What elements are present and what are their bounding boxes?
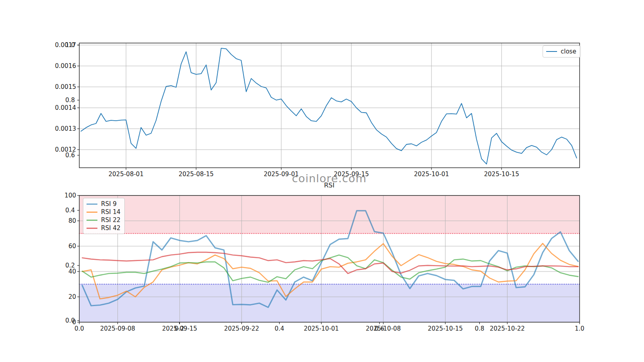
- y-tick-label: 20: [68, 293, 76, 300]
- hidden-axis-y-label: 1.0: [65, 41, 75, 49]
- hidden-axis-x-label: 0.0: [74, 325, 84, 332]
- legend-item-rsi-9: RSI 9: [87, 200, 120, 208]
- legend-line-swatch: [87, 228, 97, 229]
- legend-line-swatch: [87, 220, 97, 221]
- legend-item-rsi-14: RSI 14: [87, 208, 120, 216]
- hidden-axis-y-label: 0.4: [65, 207, 75, 214]
- legend-item-rsi-42: RSI 42: [87, 224, 120, 232]
- axes-border: [79, 43, 580, 168]
- price-legend: close: [543, 45, 581, 58]
- y-tick-label: 0.0015: [55, 83, 76, 90]
- x-tick-label: 2025-10-15: [428, 325, 463, 332]
- x-tick-label: 2025-10-15: [484, 171, 519, 178]
- x-tick-label: 2025-10-22: [490, 325, 525, 332]
- hidden-axis-y-label: 0.0: [65, 317, 75, 324]
- x-tick-label: 2025-09-08: [100, 325, 135, 332]
- hidden-axis-y-label: 0.6: [65, 152, 75, 159]
- legend-line-swatch: [87, 204, 97, 205]
- hidden-axis-x-label: 1.0: [575, 325, 584, 332]
- hidden-axis-x-label: 0.2: [175, 325, 184, 332]
- legend-label: RSI 22: [101, 216, 120, 224]
- hidden-axis-x-label: 0.4: [275, 325, 284, 332]
- legend-item-rsi-22: RSI 22: [87, 216, 120, 224]
- y-tick-label: 100: [64, 192, 76, 199]
- hidden-axis-y-label: 0.8: [65, 97, 75, 104]
- hidden-axis-x-label: 0.6: [375, 325, 384, 332]
- x-tick-label: 2025-09-22: [224, 325, 259, 332]
- hidden-axis-x-label: 0.8: [475, 325, 484, 332]
- overbought-zone: [79, 195, 580, 234]
- y-tick-label: 0.0014: [55, 104, 76, 111]
- x-tick-label: 2025-10-01: [414, 171, 449, 178]
- rsi-legend: RSI 9RSI 14RSI 22RSI 42: [83, 198, 125, 234]
- legend-label: RSI 14: [101, 208, 120, 216]
- legend-label: close: [561, 47, 576, 56]
- hidden-axis-y-label: 0.2: [65, 262, 75, 269]
- legend-label: RSI 42: [101, 224, 120, 232]
- y-tick-label: 80: [68, 217, 76, 224]
- y-tick-label: 60: [68, 243, 76, 250]
- legend-item-close: close: [546, 47, 576, 56]
- oversold-zone: [79, 284, 580, 323]
- y-tick-label: 0.0016: [55, 62, 76, 70]
- legend-line-swatch: [546, 51, 557, 52]
- rsi-chart-title: RSI: [324, 181, 334, 189]
- y-tick-label: 0.0013: [55, 125, 76, 132]
- legend-line-swatch: [87, 212, 97, 213]
- legend-label: RSI 9: [101, 200, 117, 208]
- chart-figure: 2025-08-012025-08-152025-09-012025-09-15…: [0, 0, 644, 362]
- x-tick-label: 2025-08-01: [109, 171, 144, 178]
- x-tick-label: 2025-10-01: [304, 325, 339, 332]
- close-line: [81, 48, 577, 164]
- x-tick-label: 2025-08-15: [179, 171, 214, 178]
